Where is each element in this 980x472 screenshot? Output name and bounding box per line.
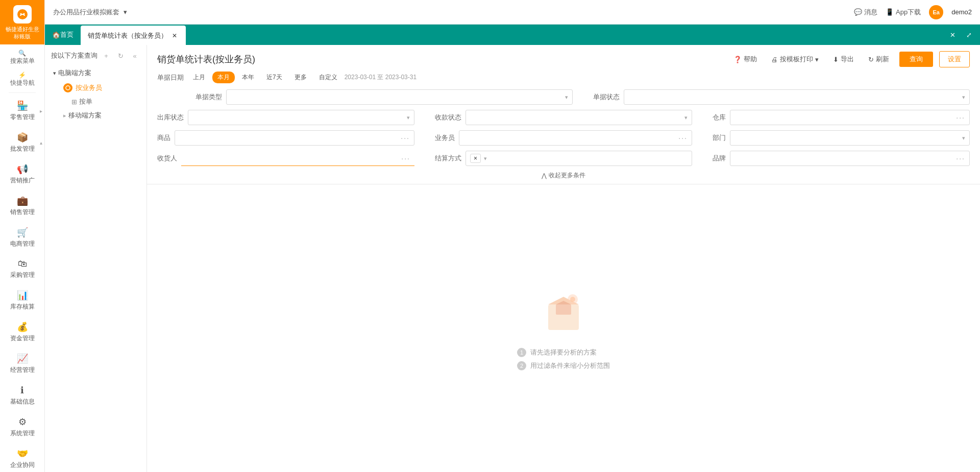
close-all-icon: ✕ xyxy=(950,31,955,39)
filter-row-4: 收货人 ··· 结算方式 × xyxy=(157,151,970,166)
message-button[interactable]: 💬 消息 xyxy=(854,8,877,17)
tree-sub-order-label: 按单 xyxy=(79,97,92,106)
date-btn-more[interactable]: 更多 xyxy=(289,72,312,83)
tree-sub-order[interactable]: ⊞ 按单 xyxy=(49,95,142,108)
consignee-input[interactable]: ··· xyxy=(181,151,414,166)
template-print-label: 按模板打印 xyxy=(780,55,813,64)
date-btn-this-month[interactable]: 本月 xyxy=(212,72,235,83)
sidebar-logo[interactable]: 畅捷通好生意 标账版 xyxy=(0,0,44,44)
sidebar-item-retail[interactable]: 🏪 零售管理 ▸ xyxy=(0,95,44,127)
warehouse-select[interactable]: ··· xyxy=(730,110,970,125)
tree-child-salesperson[interactable]: 按业务员 xyxy=(49,81,142,95)
sidebar-item-ecommerce[interactable]: 🛒 电商管理 xyxy=(0,222,44,253)
left-panel-actions: + ↻ « xyxy=(101,50,140,61)
salesperson-dots-icon: ··· xyxy=(678,134,688,142)
message-icon: 💬 xyxy=(854,8,862,16)
username: demo2 xyxy=(951,8,972,16)
avatar[interactable]: Ea xyxy=(929,5,943,19)
brand-select[interactable]: ··· xyxy=(730,151,970,166)
tab-report-close-button[interactable]: ✕ xyxy=(170,32,179,40)
tree-mobile-section[interactable]: ▸ 移动端方案 xyxy=(49,108,142,123)
export-icon: ⬇ xyxy=(833,56,839,63)
quick-icon: ⚡ xyxy=(0,72,44,79)
add-scheme-button[interactable]: + xyxy=(101,50,112,61)
ecommerce-icon: 🛒 xyxy=(17,227,28,238)
tab-home[interactable]: 🏠 首页 xyxy=(45,25,81,45)
collapse-row: ⋀ 收起更多条件 xyxy=(157,169,970,184)
sidebar-item-wholesale[interactable]: 📦 批发管理 ▴ xyxy=(0,127,44,158)
help-button[interactable]: ❓ 帮助 xyxy=(729,53,761,66)
filter-row-1: 单据类型 ▾ 单据状态 ▾ xyxy=(157,89,970,105)
sidebar-item-enterprise[interactable]: 🤝 企业协同 xyxy=(0,443,44,472)
settlement-tag: × xyxy=(470,154,481,163)
sidebar-item-inventory-label: 库存核算 xyxy=(10,302,35,311)
logo-icon xyxy=(13,5,32,23)
doc-status-select[interactable]: ▾ xyxy=(624,89,970,105)
page-title: 销货单统计表(按业务员) xyxy=(157,53,255,65)
refresh-scheme-button[interactable]: ↻ xyxy=(115,50,126,61)
consignee-label: 收货人 xyxy=(157,154,177,163)
sidebar-item-ecommerce-label: 电商管理 xyxy=(10,240,35,248)
sidebar-item-purchase[interactable]: 🛍 采购管理 xyxy=(0,253,44,285)
date-btn-this-year[interactable]: 本年 xyxy=(237,72,259,83)
tab-report-label: 销货单统计表（按业务员） xyxy=(88,31,167,40)
sidebar-search-label: 搜索菜单 xyxy=(0,57,44,65)
refresh-page-icon: ↻ xyxy=(868,56,874,63)
svg-point-3 xyxy=(66,86,70,90)
sidebar-item-finance[interactable]: 💰 资金管理 xyxy=(0,316,44,348)
tab-close-all-button[interactable]: ✕ xyxy=(945,28,960,42)
doc-type-select[interactable]: ▾ xyxy=(226,89,573,105)
tree-section: ▾ 电脑端方案 按业务员 ⊞ 按单 ▸ 移动端方案 xyxy=(45,65,146,123)
settings-button[interactable]: 设置 xyxy=(939,51,970,67)
out-status-caret-icon: ▾ xyxy=(407,114,410,121)
wholesale-icon: 📦 xyxy=(17,132,28,143)
sidebar-item-quick[interactable]: ⚡ 快捷导航 xyxy=(0,68,44,90)
sidebar-item-sales-label: 销售管理 xyxy=(10,208,35,217)
breadcrumb-area[interactable]: 办公用品行业模拟账套 ▾ xyxy=(53,8,127,17)
doc-type-caret-icon: ▾ xyxy=(565,94,568,101)
tree-mobile-label: 移动端方案 xyxy=(68,111,102,120)
date-filter-row: 单据日期 上月 本月 本年 近7天 更多 自定义 2023-03-01 至 20… xyxy=(157,72,970,83)
marketing-icon: 📢 xyxy=(17,163,28,175)
sidebar-item-wholesale-label: 批发管理 xyxy=(10,145,35,153)
sidebar-item-inventory[interactable]: 📊 库存核算 xyxy=(0,285,44,316)
sidebar-item-search[interactable]: 🔍 搜索菜单 xyxy=(0,44,44,68)
salesperson-select[interactable]: ··· xyxy=(459,130,692,146)
tab-home-label: 首页 xyxy=(60,30,74,39)
template-print-button[interactable]: 🖨 按模板打印 ▾ xyxy=(767,53,823,66)
tab-expand-button[interactable]: ⤢ xyxy=(962,28,976,42)
out-status-select[interactable]: ▾ xyxy=(188,110,414,125)
collection-status-select[interactable]: ▾ xyxy=(465,110,692,125)
tab-report[interactable]: 销货单统计表（按业务员） ✕ xyxy=(81,26,186,46)
settlement-select[interactable]: × ▾ xyxy=(465,151,692,166)
collection-status-caret-icon: ▾ xyxy=(684,114,688,121)
tag-x[interactable]: × xyxy=(474,155,477,162)
sidebar-item-sales[interactable]: 💼 销售管理 xyxy=(0,190,44,222)
empty-tip-1-text: 请先选择要分析的方案 xyxy=(530,348,597,357)
sidebar-item-enterprise-label: 企业协同 xyxy=(10,461,35,469)
goods-select[interactable]: ··· xyxy=(175,130,414,146)
sidebar-item-system[interactable]: ⚙ 系统管理 xyxy=(0,411,44,443)
wholesale-arrow: ▴ xyxy=(40,139,42,145)
consignee-dots-icon: ··· xyxy=(401,154,410,162)
department-select[interactable]: ▾ xyxy=(730,130,970,146)
search-icon: 🔍 xyxy=(0,50,44,57)
sidebar-item-operations[interactable]: 📈 经营管理 xyxy=(0,348,44,380)
operations-icon: 📈 xyxy=(17,353,28,364)
sidebar-item-basic[interactable]: ℹ 基础信息 xyxy=(0,380,44,411)
out-status-label: 出库状态 xyxy=(157,113,184,122)
date-buttons: 上月 本月 本年 近7天 更多 自定义 xyxy=(188,72,342,83)
refresh-button[interactable]: ↻ 刷新 xyxy=(864,53,893,66)
date-btn-custom[interactable]: 自定义 xyxy=(314,72,342,83)
app-download-button[interactable]: 📱 App下载 xyxy=(886,8,921,17)
collapse-button[interactable]: ⋀ 收起更多条件 xyxy=(542,171,585,180)
sidebar-item-marketing[interactable]: 📢 营销推广 xyxy=(0,158,44,190)
tree-pc-section[interactable]: ▾ 电脑端方案 xyxy=(49,65,142,81)
date-btn-7days[interactable]: 近7天 xyxy=(261,72,287,83)
query-button[interactable]: 查询 xyxy=(899,52,933,67)
collapse-panel-button[interactable]: « xyxy=(129,50,140,61)
settlement-label: 结算方式 xyxy=(435,154,461,163)
filter-item-warehouse: 仓库 ··· xyxy=(713,110,970,125)
date-btn-last-month[interactable]: 上月 xyxy=(188,72,210,83)
export-button[interactable]: ⬇ 导出 xyxy=(829,53,858,66)
